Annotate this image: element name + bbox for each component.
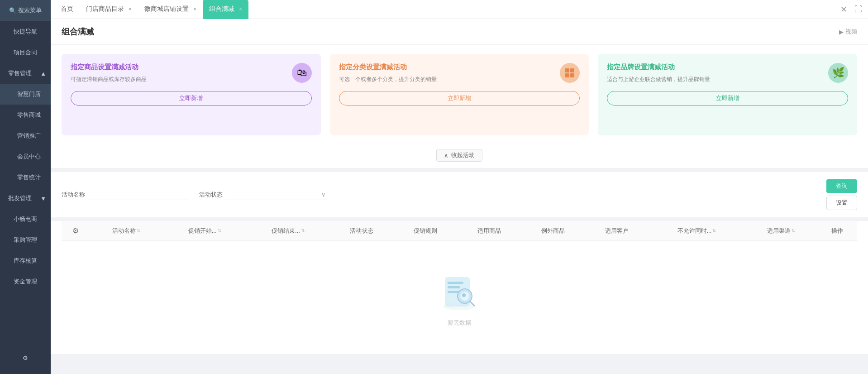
tab-home-label: 首页 bbox=[61, 5, 73, 13]
card-goods-add-btn[interactable]: 立即新增 bbox=[71, 91, 312, 105]
card-brand-icon: 🌿 bbox=[828, 63, 848, 83]
card-brand-title: 指定品牌设置满减活动 bbox=[607, 63, 710, 72]
sort-icon: ⇅ bbox=[301, 228, 305, 233]
tab-store-catalog[interactable]: 门店商品目录 × bbox=[80, 0, 138, 19]
svg-point-12 bbox=[462, 293, 466, 297]
card-goods-icon: 🛍 bbox=[292, 63, 312, 83]
sidebar-label-quick-nav: 快捷导航 bbox=[14, 28, 37, 36]
sidebar-item-smart-store[interactable]: 智慧门店 bbox=[0, 84, 51, 105]
tab-bar: 首页 门店商品目录 × 微商城店铺设置 × 组合满减 × ✕ ⛶ bbox=[51, 0, 868, 19]
card-brand-add-btn[interactable]: 立即新增 bbox=[607, 91, 848, 105]
tab-wechat-store-label: 微商城店铺设置 bbox=[144, 5, 189, 13]
sidebar-search[interactable]: 🔍 搜索菜单 bbox=[0, 0, 51, 21]
chevron-down-icon: ▼ bbox=[40, 195, 46, 202]
activity-status-select[interactable]: ∨ bbox=[226, 189, 326, 200]
collapse-btn-label: 收起活动 bbox=[451, 151, 475, 159]
sidebar-item-wholesale-mgmt[interactable]: 批发管理 ▼ bbox=[0, 188, 51, 209]
sidebar-settings[interactable]: ⚙ bbox=[19, 348, 32, 368]
video-label: 视频 bbox=[845, 28, 857, 36]
card-category-add-btn[interactable]: 立即新增 bbox=[339, 91, 580, 105]
card-brand-desc: 适合与上游企业联合做营销，提升品牌销量 bbox=[607, 75, 710, 84]
content-area: 组合满减 ▶ 视频 指定商品设置满减活动 可指定滞销商品或库存较多商品 🛍 bbox=[51, 19, 868, 374]
card-category-icon bbox=[560, 63, 580, 83]
tab-combo-discount-label: 组合满减 bbox=[209, 5, 234, 13]
empty-illustration bbox=[432, 268, 486, 313]
filter-activity-status: 活动状态 ∨ bbox=[199, 189, 326, 200]
activity-name-input[interactable] bbox=[89, 189, 188, 200]
sidebar-label-smart-store: 智慧门店 bbox=[17, 90, 41, 98]
sidebar-label-xiaochang: 小畅电商 bbox=[14, 215, 37, 223]
card-goods-desc: 可指定滞销商品或库存较多商品 bbox=[71, 75, 147, 84]
tab-store-catalog-close[interactable]: × bbox=[129, 6, 132, 12]
query-button[interactable]: 查询 bbox=[826, 179, 857, 193]
sidebar-label-member-center: 会员中心 bbox=[17, 153, 41, 161]
sidebar-item-marketing[interactable]: 营销推广 bbox=[0, 125, 51, 146]
card-specify-brand: 指定品牌设置满减活动 适合与上游企业联合做营销，提升品牌销量 🌿 立即新增 bbox=[598, 54, 857, 135]
filter-buttons: 查询 设置 bbox=[826, 179, 857, 210]
sidebar-item-purchase-mgmt[interactable]: 采购管理 bbox=[0, 230, 51, 250]
col-promo-end[interactable]: 促销结束... ⇅ bbox=[246, 221, 329, 241]
card-category-desc: 可选一个或者多个分类，提升分类的销量 bbox=[339, 75, 437, 84]
sort-icon: ⇅ bbox=[712, 228, 716, 233]
fullscreen-icon[interactable]: ⛶ bbox=[853, 3, 864, 16]
window-close-icon[interactable]: ✕ bbox=[839, 3, 849, 16]
collapse-activities-btn[interactable]: ∧ 收起活动 bbox=[436, 149, 482, 162]
table-section: ⚙ 活动名称 ⇅ 促销开始... ⇅ bbox=[51, 221, 868, 354]
main-area: 首页 门店商品目录 × 微商城店铺设置 × 组合满减 × ✕ ⛶ 组合满减 ▶ … bbox=[51, 0, 868, 374]
empty-state: 暂无数据 bbox=[62, 241, 857, 354]
tab-home[interactable]: 首页 bbox=[54, 0, 80, 19]
sidebar-label-inventory: 库存核算 bbox=[14, 257, 37, 265]
sidebar-item-quick-nav[interactable]: 快捷导航 bbox=[0, 21, 51, 42]
col-promo-start[interactable]: 促销开始... ⇅ bbox=[163, 221, 246, 241]
chevron-up-icon: ∧ bbox=[444, 152, 448, 159]
settings-button[interactable]: 设置 bbox=[826, 196, 857, 210]
svg-rect-2 bbox=[565, 73, 569, 77]
video-link[interactable]: ▶ 视频 bbox=[839, 28, 857, 36]
sidebar-label-retail-mall: 零售商城 bbox=[17, 111, 41, 119]
sidebar-item-retail-mgmt[interactable]: 零售管理 ▲ bbox=[0, 63, 51, 84]
svg-rect-6 bbox=[448, 282, 463, 284]
filter-activity-name: 活动名称 bbox=[62, 189, 188, 200]
sidebar-item-xiaochang[interactable]: 小畅电商 bbox=[0, 209, 51, 230]
sidebar-label-marketing: 营销推广 bbox=[17, 132, 41, 140]
sidebar-label-finance: 资金管理 bbox=[14, 278, 37, 286]
col-applicable-goods: 适用商品 bbox=[458, 221, 521, 241]
col-activity-status: 活动状态 bbox=[330, 221, 394, 241]
sort-icon: ⇅ bbox=[218, 228, 221, 233]
card-specify-category: 指定分类设置满减活动 可选一个或者多个分类，提升分类的销量 bbox=[330, 54, 589, 135]
gear-icon[interactable]: ⚙ bbox=[72, 227, 79, 235]
cards-section: 指定商品设置满减活动 可指定滞销商品或库存较多商品 🛍 立即新增 指定分类设置满… bbox=[51, 45, 868, 144]
sidebar-label-purchase-mgmt: 采购管理 bbox=[14, 236, 37, 244]
page-header: 组合满减 ▶ 视频 bbox=[51, 19, 868, 45]
tab-wechat-store[interactable]: 微商城店铺设置 × bbox=[138, 0, 203, 19]
filter-section: 活动名称 活动状态 ∨ 查询 设置 bbox=[51, 172, 868, 217]
col-applicable-channel[interactable]: 适用渠道 ⇅ bbox=[744, 221, 818, 241]
col-operation: 操作 bbox=[818, 221, 857, 241]
sidebar-item-member-center[interactable]: 会员中心 bbox=[0, 146, 51, 167]
sidebar-label-retail-stats: 零售统计 bbox=[17, 173, 41, 182]
sidebar-item-retail-mall[interactable]: 零售商城 bbox=[0, 105, 51, 125]
col-settings[interactable]: ⚙ bbox=[62, 221, 90, 241]
chevron-down-icon: ∨ bbox=[321, 191, 326, 198]
sidebar-label-retail-mgmt: 零售管理 bbox=[8, 69, 32, 77]
card-goods-title: 指定商品设置满减活动 bbox=[71, 63, 147, 72]
sort-icon: ⇅ bbox=[792, 228, 795, 233]
search-icon: 🔍 bbox=[9, 7, 16, 14]
sidebar-item-finance[interactable]: 资金管理 bbox=[0, 271, 51, 292]
card-specify-goods: 指定商品设置满减活动 可指定滞销商品或库存较多商品 🛍 立即新增 bbox=[62, 54, 321, 135]
sidebar-search-label: 搜索菜单 bbox=[18, 6, 42, 14]
sidebar-item-project-contract[interactable]: 项目合同 bbox=[0, 42, 51, 63]
tab-combo-discount-close[interactable]: × bbox=[239, 6, 242, 12]
sidebar-item-retail-stats[interactable]: 零售统计 bbox=[0, 167, 51, 188]
tab-wechat-store-close[interactable]: × bbox=[193, 6, 196, 12]
col-exception-goods: 例外商品 bbox=[521, 221, 585, 241]
sidebar-label-wholesale-mgmt: 批发管理 bbox=[8, 194, 32, 202]
empty-text: 暂无数据 bbox=[448, 319, 471, 327]
play-icon: ▶ bbox=[839, 29, 844, 35]
sidebar: 🔍 搜索菜单 快捷导航 项目合同 零售管理 ▲ 智慧门店 零售商城 营销推广 会… bbox=[0, 0, 51, 374]
col-activity-name[interactable]: 活动名称 ⇅ bbox=[90, 221, 163, 241]
tab-combo-discount[interactable]: 组合满减 × bbox=[203, 0, 248, 19]
collapse-bar: ∧ 收起活动 bbox=[51, 144, 868, 168]
sidebar-item-inventory[interactable]: 库存核算 bbox=[0, 250, 51, 271]
col-no-concurrent[interactable]: 不允许同时... ⇅ bbox=[649, 221, 744, 241]
